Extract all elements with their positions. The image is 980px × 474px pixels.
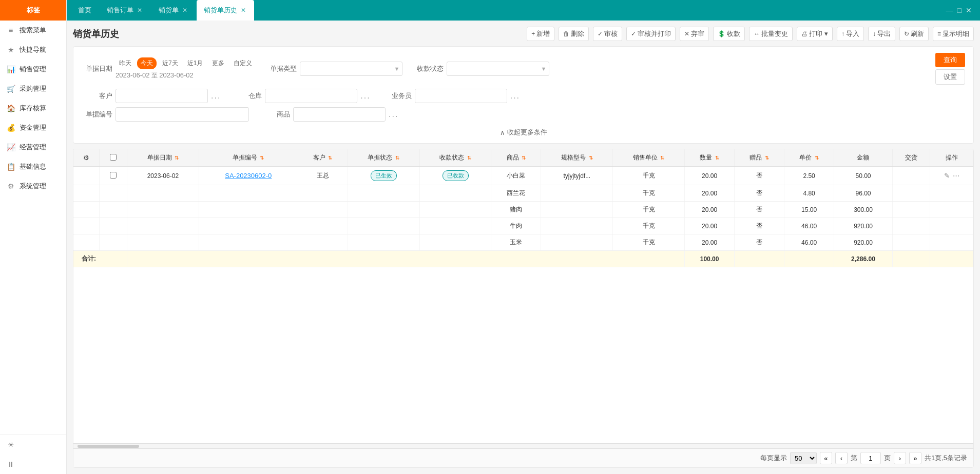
col-amount[interactable]: 金额 — [834, 149, 893, 167]
cell-actions — [930, 202, 973, 218]
doc-no-link[interactable]: SA-20230602-0 — [225, 172, 272, 180]
collapse-button[interactable]: ∧ 收起更多条件 — [82, 126, 965, 137]
cell-checkbox[interactable] — [100, 185, 127, 202]
cell-spec — [541, 218, 613, 234]
cell-checkbox[interactable] — [100, 167, 127, 185]
toolbar-audit-print-button[interactable]: ✓审核并打印 — [626, 27, 676, 41]
doc-type-select[interactable] — [300, 62, 402, 76]
tab-close-sales-delivery[interactable]: ✕ — [181, 7, 188, 14]
toolbar-add-button[interactable]: +新增 — [527, 27, 554, 41]
sidebar-item-quick-nav[interactable]: ★ 快捷导航 — [0, 40, 66, 60]
col-transaction[interactable]: 交货 — [892, 149, 930, 167]
goods-picker[interactable]: ... — [389, 110, 398, 119]
cell-customer — [298, 185, 348, 202]
customer-picker[interactable]: ... — [211, 91, 221, 101]
doc-no-input[interactable] — [116, 107, 249, 122]
toolbar-refresh-button[interactable]: ↻刷新 — [899, 27, 929, 41]
tab-close-sales-history[interactable]: ✕ — [240, 7, 247, 14]
tab-sales-delivery[interactable]: 销货单✕ — [151, 0, 196, 21]
cell-spec — [541, 202, 613, 218]
warehouse-input[interactable] — [265, 89, 357, 103]
horizontal-scrollbar[interactable] — [73, 443, 973, 448]
collect-status-select[interactable] — [447, 62, 549, 76]
page-size-select[interactable]: 20 50 100 — [790, 452, 817, 464]
date-quick-近1月[interactable]: 近1月 — [184, 57, 207, 69]
cell-checkbox[interactable] — [100, 234, 127, 251]
toolbar-delete-button[interactable]: 🗑删除 — [559, 27, 589, 41]
salesperson-picker[interactable]: ... — [510, 91, 520, 101]
toolbar-abandon-button[interactable]: ✕弃审 — [680, 27, 709, 41]
col-price[interactable]: 单价 ⇅ — [784, 149, 834, 167]
toolbar-show-detail-button[interactable]: ≡显示明细 — [933, 27, 974, 41]
col-doc-status[interactable]: 单据状态 ⇅ — [348, 149, 419, 167]
date-quick-更多[interactable]: 更多 — [208, 57, 228, 69]
goods-input[interactable] — [293, 107, 386, 122]
cell-qty: 20.00 — [685, 167, 735, 185]
col-collect-status[interactable]: 收款状态 ⇅ — [419, 149, 491, 167]
prev-page-button[interactable]: ‹ — [835, 452, 848, 464]
sidebar-label-finance-mgmt: 资金管理 — [20, 123, 46, 132]
col-goods[interactable]: 商品 ⇅ — [491, 149, 541, 167]
toolbar-export-button[interactable]: ↓导出 — [868, 27, 895, 41]
col-customer[interactable]: 客户 ⇅ — [298, 149, 348, 167]
select-all-checkbox[interactable] — [110, 154, 117, 161]
cell-settings — [73, 167, 100, 185]
sidebar-bottom: ☀ ⏸ — [0, 434, 66, 474]
col-settings[interactable]: ⚙ — [73, 149, 100, 167]
cell-checkbox[interactable] — [100, 202, 127, 218]
tab-sales-order[interactable]: 销售订单✕ — [100, 0, 150, 21]
cell-checkbox[interactable] — [100, 218, 127, 234]
col-spec[interactable]: 规格型号 ⇅ — [541, 149, 613, 167]
toolbar-batch-change-button[interactable]: ↔批量变更 — [749, 27, 793, 41]
date-quick-自定义[interactable]: 自定义 — [230, 57, 256, 69]
maximize-button[interactable]: □ — [957, 6, 962, 14]
page-number-input[interactable] — [860, 452, 881, 464]
col-checkbox[interactable] — [100, 149, 127, 167]
last-page-button[interactable]: » — [909, 452, 921, 464]
sidebar-item-sales-mgmt[interactable]: 📊 销售管理 — [0, 60, 66, 79]
col-unit[interactable]: 销售单位 ⇅ — [613, 149, 685, 167]
sidebar-item-finance-mgmt[interactable]: 💰 资金管理 — [0, 118, 66, 137]
next-page-button[interactable]: › — [894, 452, 906, 464]
table-row: 牛肉 千克 20.00 否 46.00 920.00 — [73, 218, 973, 234]
sidebar-item-purchase-mgmt[interactable]: 🛒 采购管理 — [0, 79, 66, 98]
sidebar-item-inventory[interactable]: 🏠 库存核算 — [0, 98, 66, 118]
minimize-button[interactable]: — — [946, 6, 953, 14]
sidebar-item-search-menu[interactable]: ≡ 搜索菜单 — [0, 21, 66, 40]
close-button[interactable]: ✕ — [966, 6, 972, 14]
settings-button[interactable]: 设置 — [935, 69, 965, 85]
col-gift[interactable]: 赠品 ⇅ — [735, 149, 784, 167]
col-qty[interactable]: 数量 ⇅ — [685, 149, 735, 167]
date-quick-近7天[interactable]: 近7天 — [159, 57, 182, 69]
warehouse-picker[interactable]: ... — [360, 91, 370, 101]
cell-unit: 千克 — [613, 234, 685, 251]
row-checkbox[interactable] — [110, 172, 117, 179]
abandon-icon: ✕ — [684, 30, 689, 37]
cell-gift: 否 — [735, 185, 784, 202]
sidebar-item-bottom1[interactable]: ☀ — [0, 435, 66, 455]
salesperson-input[interactable] — [415, 89, 507, 103]
more-icon[interactable]: ⋯ — [953, 172, 959, 180]
query-button[interactable]: 查询 — [935, 53, 965, 67]
col-date[interactable]: 单据日期 ⇅ — [127, 149, 199, 167]
toolbar-audit-button[interactable]: ✓审核 — [593, 27, 622, 41]
first-page-button[interactable]: « — [820, 452, 832, 464]
sidebar-item-bottom2[interactable]: ⏸ — [0, 455, 66, 474]
toolbar-collect-button[interactable]: 💲收款 — [713, 27, 745, 41]
sidebar-item-system-mgmt[interactable]: ⚙ 系统管理 — [0, 176, 66, 196]
sidebar-item-basic-info[interactable]: 📋 基础信息 — [0, 157, 66, 176]
customer-input[interactable] — [116, 89, 208, 103]
toolbar-import-button[interactable]: ↑导入 — [837, 27, 864, 41]
tab-sales-history[interactable]: 销货单历史✕ — [197, 0, 254, 21]
tab-close-sales-order[interactable]: ✕ — [136, 7, 143, 14]
date-quick-昨天[interactable]: 昨天 — [116, 57, 135, 69]
edit-icon[interactable]: ✎ — [944, 172, 950, 180]
table-wrap[interactable]: ⚙ 单据日期 ⇅ 单据编号 ⇅ 客户 ⇅ 单据状态 ⇅ 收款状态 ⇅ 商品 ⇅ … — [73, 149, 973, 443]
col-doc-no[interactable]: 单据编号 ⇅ — [199, 149, 298, 167]
table-row: 2023-06-02 SA-20230602-0 王总 已生效 已收款 小白菜 … — [73, 167, 973, 185]
toolbar-print-button[interactable]: 🖨打印 ▾ — [797, 27, 833, 41]
tab-home[interactable]: 首页 — [71, 0, 99, 21]
collect-status-badge: 已收款 — [443, 170, 469, 181]
sidebar-item-operations-mgmt[interactable]: 📈 经营管理 — [0, 137, 66, 157]
date-quick-今天[interactable]: 今天 — [137, 57, 157, 69]
